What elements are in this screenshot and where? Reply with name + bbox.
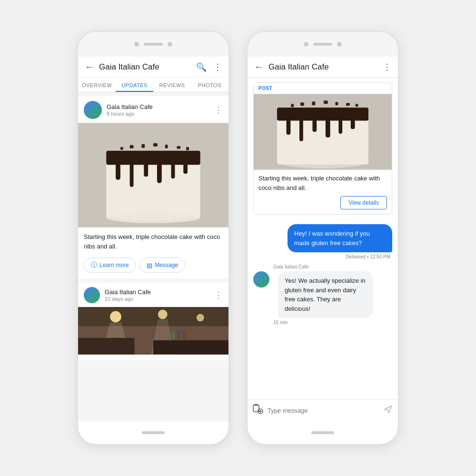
message-button-left[interactable]: ▤ Message (139, 258, 185, 273)
more-icon-right[interactable]: ⋮ (383, 62, 391, 72)
avatar-1 (84, 101, 102, 119)
svg-rect-14 (165, 145, 168, 149)
post-more-2[interactable]: ⋮ (214, 290, 223, 300)
svg-rect-29 (182, 331, 185, 339)
svg-rect-6 (144, 163, 148, 177)
svg-rect-36 (312, 120, 317, 132)
post-more-1[interactable]: ⋮ (214, 105, 223, 115)
message-input[interactable] (268, 407, 379, 414)
right-phone-screen: ← Gaia Italian Cafe ⋮ POST (248, 57, 398, 421)
svg-rect-37 (326, 120, 330, 138)
message-icon-left: ▤ (147, 262, 152, 269)
svg-point-20 (110, 311, 121, 323)
speaker-right (313, 43, 332, 46)
right-phone: ← Gaia Italian Cafe ⋮ POST (247, 31, 399, 445)
msg-sender-name: Gaia Italian Cafe (273, 264, 392, 269)
dot-right (337, 42, 342, 47)
svg-rect-5 (130, 163, 134, 187)
svg-rect-39 (351, 120, 355, 129)
phone-top-bar-right (248, 32, 398, 57)
info-icon: ⓘ (91, 261, 97, 269)
svg-rect-10 (120, 147, 123, 150)
post-time-2: 21 days ago (105, 296, 214, 302)
tab-reviews[interactable]: REVIEWS (153, 78, 191, 92)
left-phone: ← Gaia Italian Cafe 🔍 ⋮ OVERVIEW UPDATES… (77, 31, 229, 445)
right-scroll-content: POST (248, 78, 398, 399)
msg-input-bar (248, 399, 398, 421)
svg-rect-16 (186, 147, 189, 150)
post-author-2: Gaia Italian Cafe (105, 288, 214, 296)
left-phone-screen: ← Gaia Italian Cafe 🔍 ⋮ OVERVIEW UPDATES… (78, 57, 228, 421)
svg-rect-13 (153, 143, 158, 147)
msg-left-1: Yes! We actually specialize in gluten fr… (253, 271, 392, 318)
search-icon-left[interactable]: 🔍 (196, 62, 207, 72)
svg-rect-9 (183, 163, 188, 174)
attach-icon[interactable] (252, 403, 264, 417)
svg-rect-38 (338, 120, 342, 134)
svg-rect-42 (312, 101, 315, 105)
post-time-1: 8 hours ago (107, 111, 214, 117)
dot-left (168, 42, 172, 47)
svg-rect-44 (335, 102, 338, 105)
post-tag: POST (254, 83, 392, 94)
tab-overview[interactable]: OVERVIEW (78, 78, 116, 92)
learn-more-label: Learn more (99, 262, 129, 268)
svg-rect-40 (291, 104, 294, 107)
more-icon-left[interactable]: ⋮ (213, 62, 222, 72)
svg-rect-34 (287, 120, 291, 135)
home-btn-left[interactable] (142, 431, 165, 434)
phone-bottom-bar-right (248, 421, 398, 444)
svg-rect-15 (177, 146, 180, 149)
home-btn-right[interactable] (311, 431, 334, 434)
post-author-1: Gaia Italian Cafe (107, 103, 214, 110)
post-image-1 (78, 123, 228, 228)
camera-right (304, 42, 308, 47)
msg-right-1: Hey! I was wondering if you made gluten … (253, 224, 392, 252)
tab-bar-left: OVERVIEW UPDATES REVIEWS PHOTOS (78, 78, 228, 92)
svg-rect-48 (254, 404, 258, 406)
svg-rect-11 (130, 145, 134, 149)
left-scroll-content: Gaia Italian Cafe 8 hours ago ⋮ (78, 92, 228, 421)
post-header-2: Gaia Italian Cafe 21 days ago ⋮ (78, 282, 228, 307)
svg-rect-46 (356, 104, 358, 107)
left-app-header: ← Gaia Italian Cafe 🔍 ⋮ (78, 57, 228, 78)
phone-bottom-bar-left (78, 421, 228, 444)
message-label-left: Message (155, 262, 178, 268)
svg-rect-27 (172, 331, 175, 339)
avatar-chat (253, 271, 269, 288)
back-button-left[interactable]: ← (85, 61, 94, 72)
svg-rect-3 (106, 151, 200, 165)
send-icon[interactable] (383, 404, 393, 417)
post-meta-2: Gaia Italian Cafe 21 days ago (105, 288, 214, 302)
chat-area: Hey! I was wondering if you made gluten … (248, 219, 398, 334)
svg-rect-12 (141, 144, 145, 148)
post-card-1: Gaia Italian Cafe 8 hours ago ⋮ (78, 96, 228, 278)
svg-point-17 (111, 213, 196, 220)
svg-rect-8 (171, 163, 175, 178)
chat-post-card: POST (253, 82, 392, 215)
post-card-2: Gaia Italian Cafe 21 days ago ⋮ (78, 282, 228, 360)
left-header-title: Gaia Italian Cafe (99, 62, 189, 72)
learn-more-button[interactable]: ⓘ Learn more (84, 258, 136, 273)
chat-post-text: Starting this week, triple chocolate cak… (254, 170, 392, 196)
svg-rect-41 (300, 102, 304, 106)
camera-left (134, 42, 139, 47)
chat-post-image (254, 94, 392, 170)
back-button-right[interactable]: ← (254, 61, 264, 72)
svg-rect-43 (324, 100, 328, 104)
post-header-1: Gaia Italian Cafe 8 hours ago ⋮ (78, 96, 228, 123)
svg-rect-4 (116, 163, 120, 180)
speaker-left (144, 43, 163, 46)
post-actions-1: ⓘ Learn more ▤ Message (78, 256, 228, 273)
svg-point-22 (197, 314, 204, 321)
tab-updates[interactable]: UPDATES (116, 78, 153, 92)
svg-rect-28 (178, 330, 180, 339)
svg-point-21 (158, 310, 168, 319)
svg-rect-45 (346, 103, 350, 106)
phone-top-bar-left (78, 32, 228, 57)
msg-bubble-right-1: Hey! I was wondering if you made gluten … (288, 224, 392, 252)
post-text-1: Starting this week, triple chocolate cak… (78, 228, 228, 256)
msg-time-left-1: 15 min (273, 320, 392, 325)
tab-photos[interactable]: PHOTOS (191, 78, 228, 92)
view-details-button[interactable]: View details (340, 196, 387, 209)
